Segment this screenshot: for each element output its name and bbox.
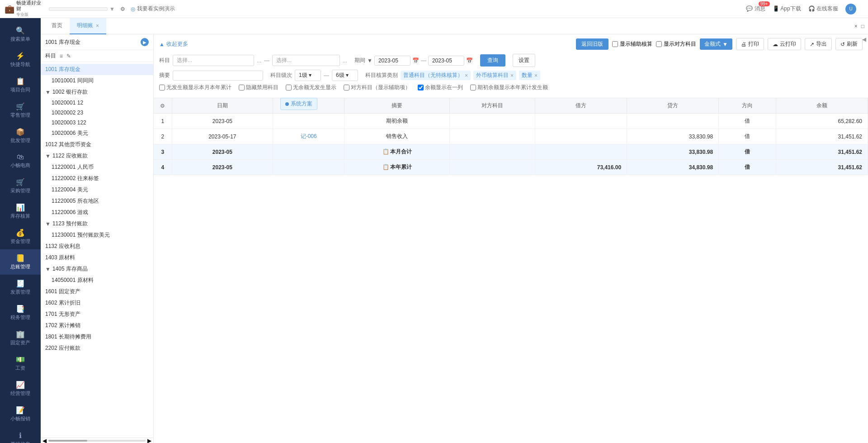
checkbox-ytd-balance-input[interactable]	[470, 85, 476, 91]
tab-detail[interactable]: 明细账 ×	[70, 18, 106, 34]
edit-view-btn[interactable]: ✎	[66, 53, 71, 59]
tree-item-1012[interactable]: 1012 其他货币资金	[41, 139, 153, 150]
sidebar-item-retail[interactable]: 🛒 零售管理	[0, 98, 41, 123]
show-contra-input[interactable]	[656, 41, 662, 47]
scroll-left[interactable]: ◀	[42, 438, 47, 443]
sidebar-item-nav[interactable]: ⚡ 快捷导航	[0, 47, 41, 72]
topbar-gear-icon[interactable]: ⚙	[120, 6, 125, 12]
sidebar-item-assets[interactable]: 🏢 固定资产	[0, 325, 41, 351]
search-dropdown-arrow[interactable]: ▼	[109, 6, 115, 12]
expand-collapse-btn[interactable]: ▲ 收起更多	[159, 40, 188, 48]
scheme-btn[interactable]: 系统方案	[280, 98, 317, 110]
sidebar-item-inventory[interactable]: 📊 库存核算	[0, 199, 41, 224]
top-search-bar[interactable]	[49, 7, 108, 11]
sidebar-item-project[interactable]: 📋 项目合同	[0, 72, 41, 98]
tree-item-11230001[interactable]: 11230001 预付账款美元	[41, 229, 153, 241]
period-cal-icon2[interactable]: 📅	[466, 57, 473, 64]
level-from-select[interactable]: 1级 ▾	[295, 70, 321, 81]
online-service-btn[interactable]: 🎧 在线客服	[808, 5, 838, 13]
tree-item-1403[interactable]: 1403 原材料	[41, 252, 153, 263]
summary-input[interactable]	[173, 71, 263, 81]
tree-item-1701[interactable]: 1701 无形资产	[41, 309, 153, 320]
sidebar-item-invoice[interactable]: 🧾 发票管理	[0, 275, 41, 300]
checkbox-hide-disabled[interactable]: 隐藏禁用科目	[239, 84, 278, 91]
tree-item-11220002[interactable]: 11220002 往来标签	[41, 173, 153, 184]
checkbox-balance-col-input[interactable]	[418, 85, 424, 91]
period-cal-icon[interactable]: 📅	[412, 57, 419, 64]
sidebar-item-expense[interactable]: 📝 小畅报销	[0, 401, 41, 427]
sidebar-item-search[interactable]: 🔍 搜索菜单	[0, 22, 41, 47]
tree-item-10020001[interactable]: 10020001 12	[41, 98, 153, 108]
window-max-btn[interactable]: □	[861, 23, 864, 29]
sidebar-item-wholesale[interactable]: 📦 批发管理	[0, 123, 41, 148]
refresh-btn[interactable]: ↺ 刷新	[835, 38, 863, 50]
tree-item-10020003[interactable]: 10020003 122	[41, 118, 153, 128]
print-btn[interactable]: 🖨 打印	[736, 38, 764, 50]
message-btn[interactable]: 💬 消息 99+	[746, 5, 765, 13]
tree-item-11220006[interactable]: 11220006 游戏	[41, 207, 153, 218]
checkbox-balance-col[interactable]: 余额显示在一列	[418, 84, 463, 91]
checkbox-hide-disabled-input[interactable]	[239, 85, 245, 91]
filter-tag-foreign-close[interactable]: ×	[510, 72, 514, 79]
back-old-version-btn[interactable]: 返回旧版	[576, 38, 609, 50]
tree-item-10010001[interactable]: 10010001 同同同	[41, 75, 153, 86]
checkbox-no-balance[interactable]: 无余额无发生显示	[286, 84, 336, 91]
checkbox-contra[interactable]: 对方科目（显示辅助项）	[344, 84, 410, 91]
tree-item-11220001[interactable]: 11220001 人民币	[41, 162, 153, 173]
show-aux-input[interactable]	[612, 41, 618, 47]
account-nav-arrow[interactable]: ▶	[141, 38, 149, 46]
query-btn[interactable]: 查询	[480, 54, 505, 67]
sidebar-item-purchase[interactable]: 🛒 采购管理	[0, 173, 41, 199]
setting-btn[interactable]: 设置	[513, 54, 535, 67]
tree-item-1405[interactable]: ▼ 1405 库存商品	[41, 263, 153, 275]
tree-item-1123[interactable]: ▼ 1123 预付账款	[41, 218, 153, 229]
tree-item-14050001[interactable]: 14050001 原材料	[41, 275, 153, 286]
subject-input[interactable]: 选择...	[173, 55, 254, 66]
checkbox-contra-input[interactable]	[344, 85, 349, 91]
tree-item-11220004[interactable]: 11220004 美元	[41, 184, 153, 195]
tree-item-10020002[interactable]: 10020002 23	[41, 108, 153, 118]
tree-item-1602[interactable]: 1602 累计折旧	[41, 297, 153, 309]
subject-to-input[interactable]: 选择...	[272, 55, 340, 66]
filter-tag-normal-close[interactable]: ×	[465, 72, 468, 79]
period-from-input[interactable]: 2023-05	[374, 56, 410, 66]
checkbox-no-amount-input[interactable]	[159, 85, 165, 91]
window-close-btn[interactable]: ×	[854, 23, 858, 29]
tree-item-1002[interactable]: ▼ 1002 银行存款	[41, 86, 153, 98]
tree-item-1001[interactable]: 1001 库存现金	[41, 64, 153, 75]
left-panel-scrollbar[interactable]: ◀ ▶	[41, 438, 153, 443]
voucher-link-2[interactable]: 记-006	[301, 133, 317, 139]
level-to-select[interactable]: 6级 ▾	[332, 70, 358, 81]
sidebar-item-ledger[interactable]: 📒 总账管理	[0, 249, 41, 275]
checkbox-no-balance-input[interactable]	[286, 85, 292, 91]
tab-home[interactable]: 首页	[44, 18, 70, 34]
gear-icon[interactable]: ⚙	[160, 103, 165, 109]
sidebar-item-ecommerce[interactable]: 🛍 小畅电商	[0, 148, 41, 173]
checkbox-ytd-balance[interactable]: 期初余额显示本年累计发生额	[470, 84, 548, 91]
tree-item-2202[interactable]: 2202 应付账款	[41, 343, 153, 354]
sidebar-item-finance[interactable]: 💰 资金管理	[0, 224, 41, 249]
tree-item-1132[interactable]: 1132 应收利息	[41, 241, 153, 252]
sidebar-item-tax[interactable]: 📑 税务管理	[0, 300, 41, 325]
sidebar-item-salary[interactable]: 💵 工资	[0, 351, 41, 376]
period-to-input[interactable]: 2023-05	[428, 56, 464, 66]
app-download-btn[interactable]: 📱 App下载	[773, 5, 801, 13]
export-btn[interactable]: ↗ 导出	[805, 38, 832, 50]
cloud-print-btn[interactable]: ☁ 云打印	[768, 38, 801, 50]
tree-item-1702[interactable]: 1702 累计摊销	[41, 320, 153, 331]
sidebar-item-basic[interactable]: ℹ 基础信息	[0, 427, 41, 443]
sidebar-item-operations[interactable]: 📈 经营管理	[0, 376, 41, 401]
filter-tag-qty-close[interactable]: ×	[534, 72, 538, 79]
tree-item-11220005[interactable]: 11220005 所在地区	[41, 195, 153, 207]
checkbox-no-amount[interactable]: 无发生额显示本月本年累计	[159, 84, 231, 91]
format-btn[interactable]: 金额式 ▼	[700, 38, 732, 50]
tab-close-btn[interactable]: ×	[96, 23, 99, 29]
tree-item-1122[interactable]: ▼ 1122 应收账款	[41, 150, 153, 162]
scroll-right[interactable]: ▶	[147, 438, 151, 443]
list-view-btn[interactable]: ≡	[60, 53, 63, 59]
user-avatar[interactable]: U	[845, 4, 856, 14]
side-collapse-btn[interactable]: ◀	[860, 34, 868, 44]
tree-item-1601[interactable]: 1601 固定资产	[41, 286, 153, 297]
tree-item-1801[interactable]: 1801 长期待摊费用	[41, 331, 153, 343]
demo-link[interactable]: ◎ 我要看实例演示	[131, 5, 175, 13]
